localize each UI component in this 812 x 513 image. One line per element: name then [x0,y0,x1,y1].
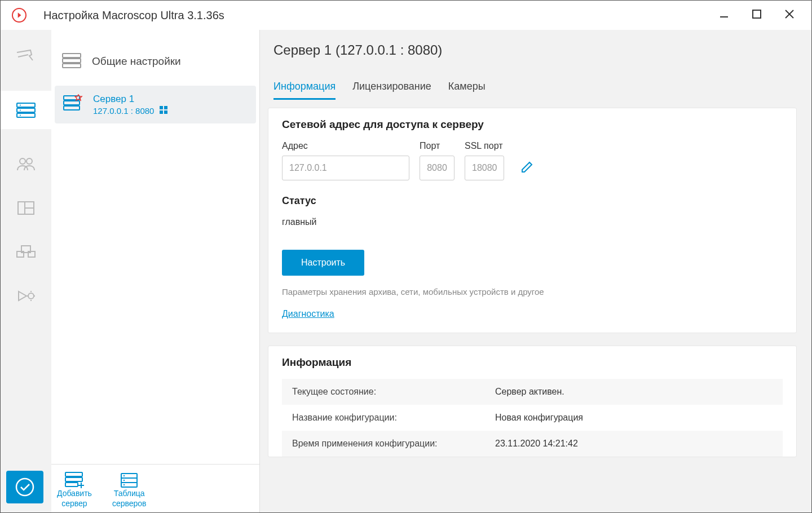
add-server-icon [64,470,85,488]
info-val: 23.11.2020 14:21:42 [495,439,578,449]
svg-point-38 [123,475,125,476]
servers-table-icon [120,470,138,488]
network-section-title: Сетевой адрес для доступа к серверу [282,118,783,131]
svg-rect-31 [65,477,82,481]
server-name: Сервер 1 [93,94,167,105]
info-val: Сервер активен. [495,387,564,397]
minimize-button[interactable] [719,9,729,22]
svg-point-39 [123,480,125,481]
servers-stack-icon [61,52,82,70]
nav-cameras-icon[interactable] [16,47,36,65]
info-row: Текущее состояние: Сервер активен. [282,379,783,405]
info-section-title: Информация [282,356,783,369]
svg-rect-6 [17,113,35,117]
svg-rect-32 [65,483,78,487]
svg-point-11 [27,158,32,164]
svg-rect-1 [753,10,761,18]
info-val: Новая конфигурация [495,413,583,423]
maximize-button[interactable] [752,9,762,22]
server-tree-item[interactable]: Сервер 1 127.0.0.1 : 8080 [55,86,256,123]
close-button[interactable] [784,9,795,22]
svg-rect-30 [65,472,82,476]
info-key: Название конфигурации: [292,413,495,423]
page-title: Сервер 1 (127.0.0.1 : 8080) [273,42,798,58]
address-input[interactable] [282,156,409,180]
window-title: Настройка Macroscop Ultra 3.1.36s [43,9,224,22]
info-key: Текущее состояние: [292,387,495,397]
tree-heading[interactable]: Общие настройки [51,41,259,86]
apply-button[interactable] [6,471,43,503]
port-label: Порт [420,141,454,151]
main-panel: Сервер 1 (127.0.0.1 : 8080) Информация Л… [260,30,811,513]
svg-point-7 [20,105,21,106]
configure-hint: Параметры хранения архива, сети, мобильн… [282,287,783,297]
info-key: Время применения конфигурации: [292,439,495,449]
svg-point-9 [20,115,21,116]
titlebar: Настройка Macroscop Ultra 3.1.36s [1,1,811,30]
status-label: Статус [282,195,783,207]
configure-button[interactable]: Настроить [282,250,364,276]
app-logo-icon [12,8,27,23]
tabs: Информация Лицензирование Камеры [273,75,798,100]
windows-os-icon [160,106,167,116]
content-scroll[interactable]: Сетевой адрес для доступа к серверу Адре… [260,100,811,513]
status-value: главный [282,217,783,227]
network-card: Сетевой адрес для доступа к серверу Адре… [268,108,797,333]
servers-table-button[interactable]: Таблица серверов [112,470,147,508]
tree-footer: Добавить сервер Таблица серверов [51,464,259,508]
info-table: Текущее состояние: Сервер активен. Назва… [282,379,783,457]
port-input[interactable] [420,156,454,180]
nav-layouts-icon[interactable] [16,199,36,217]
svg-rect-5 [17,108,35,112]
tab-license[interactable]: Лицензирование [352,81,431,100]
svg-rect-25 [64,106,80,110]
svg-rect-20 [63,54,81,58]
svg-rect-24 [64,101,80,105]
info-card: Информация Текущее состояние: Сервер акт… [268,346,797,457]
diagnostics-link[interactable]: Диагностика [282,309,334,319]
tree-heading-label: Общие настройки [92,55,181,68]
nav-automation-icon[interactable] [16,287,36,305]
svg-point-19 [16,479,33,496]
window-controls [719,9,806,22]
svg-point-8 [20,110,21,111]
ssl-port-label: SSL порт [465,141,504,151]
server-address: 127.0.0.1 : 8080 [93,106,167,116]
server-item-icon [63,94,83,116]
servers-tree-panel: Общие настройки Сервер 1 127.0.0.1 : 808… [51,30,260,513]
tab-cameras[interactable]: Камеры [448,81,486,100]
svg-rect-26 [160,106,163,109]
add-server-button[interactable]: Добавить сервер [57,470,92,508]
nav-users-icon[interactable] [16,155,36,173]
svg-rect-29 [164,110,167,114]
address-label: Адрес [282,141,409,151]
svg-rect-22 [63,64,81,68]
info-row: Название конфигурации: Новая конфигураци… [282,405,783,431]
edit-address-icon[interactable] [520,160,535,180]
tab-info[interactable]: Информация [273,81,336,100]
nav-servers-icon[interactable] [16,101,36,119]
info-row: Время применения конфигурации: 23.11.202… [282,431,783,457]
ssl-port-input[interactable] [465,156,504,180]
svg-point-40 [123,484,125,485]
svg-rect-28 [160,110,163,114]
svg-point-10 [20,158,25,164]
svg-rect-21 [63,59,81,63]
nav-videowall-icon[interactable] [16,243,36,261]
svg-point-18 [28,293,34,299]
nav-icon-sidebar [1,30,51,513]
svg-rect-27 [164,106,167,109]
svg-rect-4 [17,103,35,107]
